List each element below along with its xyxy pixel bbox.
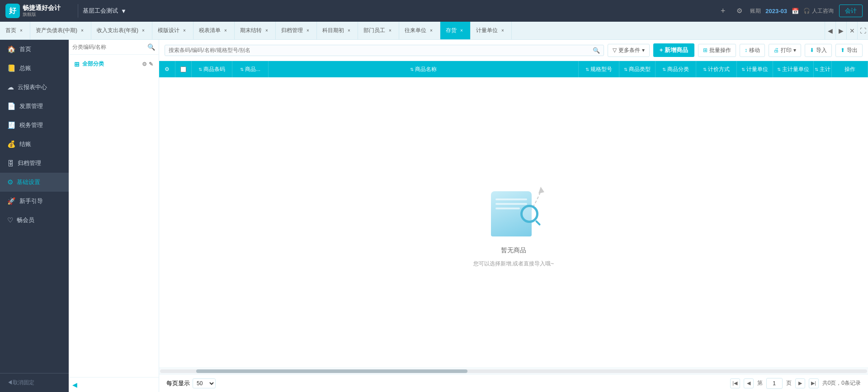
collapse-panel-btn[interactable]: ◀ [69,377,159,392]
sidebar-item-closing[interactable]: 💰 结账 [0,135,69,154]
doc-line1 [495,198,527,200]
th-num-label: 主计 [820,66,830,73]
scrollbar-track[interactable] [160,369,867,373]
tab-expand[interactable]: ⛶ [857,22,868,40]
category-search-icon[interactable]: 🔍 [147,43,155,51]
page-first-btn[interactable]: |◀ [730,378,740,388]
tab-subject-init[interactable]: 科目期初 × [317,22,358,40]
sidebar-item-cloud-report[interactable]: ☁ 云报表中心 [0,78,69,97]
export-button[interactable]: ⬆ 导出 [835,44,863,57]
sort-icon-unit: ⇅ [741,67,745,72]
tab-measure-unit-close[interactable]: × [500,28,506,34]
page-next-btn[interactable]: ▶ [795,378,805,388]
sidebar-label-guide: 新手引导 [19,197,43,205]
tab-income-statement[interactable]: 收入支出表(年报) × [91,22,152,40]
sidebar-item-ledger[interactable]: 📒 总账 [0,59,69,78]
tab-period-transfer[interactable]: 期末结转 × [235,22,276,40]
import-button[interactable]: ⬇ 导入 [805,44,832,57]
th-name-label: 商品名称 [415,66,437,73]
move-button[interactable]: ↕ 移动 [740,44,765,57]
customer-service-btn[interactable]: 🎧 人工咨询 [803,7,834,15]
sidebar-item-invoice[interactable]: 📄 发票管理 [0,97,69,116]
tab-archive-label: 归档管理 [281,27,303,34]
category-edit-icon[interactable]: ✎ [149,61,153,67]
sidebar-item-settings[interactable]: ⚙ 基础设置 [0,173,69,192]
batch-operation-button[interactable]: ⊞ 批量操作 [698,44,736,57]
page-prev-btn[interactable]: ◀ [744,378,754,388]
print-label: 打印 [781,47,792,54]
th-spec[interactable]: ⇅ 规格型号 [579,61,619,77]
calendar-icon[interactable]: 📅 [792,8,799,14]
sidebar-item-guide[interactable]: 🚀 新手引导 [0,192,69,211]
tab-income-statement-close[interactable]: × [140,28,146,34]
tab-contacts-close[interactable]: × [428,28,434,34]
th-settings[interactable]: ⚙ [159,61,175,77]
th-type[interactable]: ⇅ 商品类型 [619,61,656,77]
company-dropdown-arrow[interactable]: ▼ [121,8,127,14]
page-number-input[interactable] [766,378,783,389]
th-main-unit[interactable]: ⇅ 主计量单位 [773,61,814,77]
tab-dept-staff[interactable]: 部门员工 × [358,22,399,40]
tab-nav-left[interactable]: ◀ [825,22,835,40]
cancel-fixed-btn[interactable]: ◀取消固定 [0,373,69,392]
tab-inventory-close[interactable]: × [458,28,465,34]
add-product-button[interactable]: + 新增商品 [653,43,694,57]
search-input[interactable] [169,47,590,53]
doc-line2 [495,203,527,205]
tab-nav-right[interactable]: ▶ [835,22,846,40]
category-settings-icon[interactable]: ⚙ [142,61,147,67]
th-num[interactable]: ⇅ 主计 [814,61,832,77]
tab-close-all[interactable]: ✕ [846,22,857,40]
scrollbar-thumb[interactable] [196,369,467,373]
tab-tax-list-close[interactable]: × [222,28,229,34]
tab-tax-list[interactable]: 税表清单 × [193,22,235,40]
sidebar-item-member[interactable]: ♡ 畅会员 [0,211,69,230]
sort-icon-num: ⇅ [815,67,818,72]
print-button[interactable]: 🖨 打印 ▾ [769,44,801,57]
tab-balance-sheet[interactable]: 资产负债表(中期) × [30,22,91,40]
tab-subject-init-close[interactable]: × [346,28,352,34]
toolbar-search-box: 🔍 [165,45,604,56]
tab-home-close[interactable]: × [18,28,24,34]
sidebar-item-tax[interactable]: 🧾 税务管理 [0,116,69,135]
settings-icon: ⚙ [7,178,13,186]
tab-inventory[interactable]: 存货 × [440,22,471,40]
page-size-select[interactable]: 50 100 200 [193,378,216,388]
tab-contacts[interactable]: 往来单位 × [399,22,440,40]
th-category[interactable]: ⇅ 商品分类 [656,61,696,77]
tab-period-transfer-close[interactable]: × [264,28,270,34]
logo-text-block: 畅捷通好会计 旗舰版 [23,4,61,18]
sidebar-item-home[interactable]: 🏠 首页 [0,40,69,59]
tab-template-design[interactable]: 模版设计 × [152,22,193,40]
company-name-area: 基层工会测试 ▼ [83,7,713,15]
th-code[interactable]: ⇅ 商品... [232,61,269,77]
sort-icon-type: ⇅ [624,67,627,72]
th-unit-label: 计量单位 [746,66,768,73]
tab-archive-close[interactable]: × [305,28,311,34]
search-icon[interactable]: 🔍 [593,47,600,54]
th-checkbox[interactable] [175,61,192,77]
tab-balance-sheet-close[interactable]: × [79,28,85,34]
account-button[interactable]: 会计 [839,5,863,17]
sidebar-item-archive[interactable]: 🗄 归档管理 [0,154,69,173]
filter-button[interactable]: ▽ 更多条件 ▾ [608,44,650,57]
header-right: 🎧 人工咨询 会计 [803,5,863,17]
page-last-btn[interactable]: ▶| [809,378,819,388]
tab-archive[interactable]: 归档管理 × [276,22,317,40]
tab-measure-unit[interactable]: 计量单位 × [471,22,512,40]
header-settings-button[interactable]: ⚙ [733,5,745,17]
th-unit[interactable]: ⇅ 计量单位 [737,61,773,77]
th-name[interactable]: ⇅ 商品名称 [269,61,579,77]
select-all-checkbox[interactable] [180,66,186,72]
period-label: 账期 [750,7,761,15]
tab-home[interactable]: 首页 × [0,22,30,40]
tab-dept-staff-close[interactable]: × [387,28,393,34]
th-main-unit-label: 主计量单位 [782,66,809,73]
tab-template-design-close[interactable]: × [181,28,188,34]
th-barcode[interactable]: ⇅ 商品条码 [192,61,232,77]
category-search-input[interactable] [72,44,146,50]
header-add-button[interactable]: + [717,5,728,16]
category-item-all[interactable]: ⊞ 全部分类 ⚙ ✎ [69,57,159,71]
sidebar-label-archive: 归档管理 [18,159,41,167]
th-price[interactable]: ⇅ 计价方式 [696,61,737,77]
